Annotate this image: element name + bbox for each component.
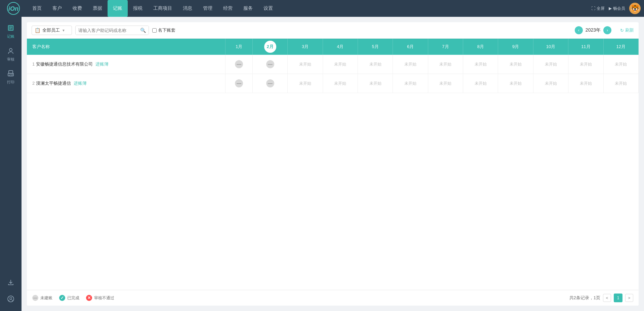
month-cell-1: — (226, 74, 253, 93)
main-layout: 记账 审核 打印 (0, 17, 644, 311)
legend-rejected: ✕ 审核不通过 (86, 295, 114, 301)
fullscreen-icon: ⛶ (591, 6, 595, 11)
footer: — 未建账 ✓ 已完成 ✕ 审核不通过 共2条记录，1页 < 1 > (27, 290, 639, 306)
month-cell-5: 未开始 (358, 55, 393, 74)
month-cell-10: 未开始 (533, 55, 568, 74)
nav-home[interactable]: 首页 (27, 0, 47, 17)
month-cell-1: — (226, 55, 253, 74)
month-cell-12: 未开始 (603, 55, 638, 74)
client-name-cell: 1安徽畅捷通信息技术有限公司进账簿 (27, 55, 226, 74)
sidebar-item-audit[interactable]: 审核 (0, 43, 22, 66)
sidebar-item-label-accounting: 记账 (7, 34, 14, 39)
checkbox-label[interactable]: 名下账套 (152, 27, 175, 33)
member-icon: ▶ (609, 6, 612, 11)
accounting-table: 客户名称 1月 2月 3月 4月 5月 6月 7月 8月 9月 (27, 39, 639, 93)
table-container: 客户名称 1月 2月 3月 4月 5月 6月 7月 8月 9月 (27, 39, 639, 290)
month-cell-11: 未开始 (568, 55, 603, 74)
footer-right: 共2条记录，1页 < 1 > (569, 294, 633, 302)
svg-point-11 (12, 74, 13, 75)
table-body: 1安徽畅捷通信息技术有限公司进账簿——未开始未开始未开始未开始未开始未开始未开始… (27, 55, 639, 93)
employee-icon: 📋 (35, 28, 40, 33)
month-cell-9: 未开始 (498, 55, 533, 74)
month-cell-9: 未开始 (498, 74, 533, 93)
sidebar-item-download[interactable] (7, 275, 14, 291)
nav-accounting[interactable]: 记账 (108, 0, 128, 17)
sidebar-item-accounting[interactable]: 记账 (0, 20, 22, 43)
status-not-created: — (235, 60, 243, 68)
nav-settings[interactable]: 设置 (258, 0, 278, 17)
legend-dot-red: ✕ (86, 295, 92, 301)
status-not-created: — (235, 79, 243, 87)
my-accounts-checkbox[interactable] (152, 28, 157, 33)
employee-select-label: 全部员工 (42, 27, 60, 33)
col-dec: 12月 (603, 39, 638, 55)
month-cell-10: 未开始 (533, 74, 568, 93)
legend-label-not-created: 未建账 (40, 295, 52, 301)
nav-bill[interactable]: 票据 (87, 0, 108, 17)
page-1-button[interactable]: 1 (614, 294, 622, 302)
search-input[interactable] (76, 26, 137, 35)
top-nav: iOn 首页 客户 收费 票据 记账 报税 工商项目 消息 管理 经营 服务 设… (0, 0, 644, 17)
col-jun: 6月 (393, 39, 428, 55)
sidebar-item-print[interactable]: 打印 (0, 66, 22, 89)
legend-dot-gray: — (32, 295, 38, 301)
month-cell-6: 未开始 (393, 55, 428, 74)
fullscreen-button[interactable]: ⛶ 全屏 (591, 6, 605, 11)
col-may: 5月 (358, 39, 393, 55)
row-number: 2 (32, 81, 35, 86)
fullscreen-label: 全屏 (597, 6, 605, 11)
client-name-cell: 2漠澜太平畅捷通信进账簿 (27, 74, 226, 93)
month-cell-3: 未开始 (288, 74, 323, 93)
audit-icon (7, 47, 14, 55)
month-cell-8: 未开始 (463, 55, 498, 74)
nav-customer[interactable]: 客户 (47, 0, 67, 17)
next-year-button[interactable]: › (603, 26, 611, 34)
nav-service[interactable]: 服务 (238, 0, 258, 17)
svg-rect-8 (9, 71, 13, 73)
nav-business[interactable]: 工商项目 (148, 0, 177, 17)
svg-text:iOn: iOn (8, 5, 18, 12)
next-page-button[interactable]: > (625, 294, 633, 302)
month-cell-4: 未开始 (323, 74, 358, 93)
nav-message[interactable]: 消息 (177, 0, 198, 17)
month-cell-2: — (252, 74, 287, 93)
legend-label-completed: 已完成 (67, 295, 79, 301)
total-records: 共2条记录，1页 (569, 295, 600, 301)
col-sep: 9月 (498, 39, 533, 55)
client-name: 安徽畅捷通信息技术有限公司 (36, 62, 93, 67)
col-jul: 7月 (428, 39, 463, 55)
legend-dot-teal: ✓ (59, 295, 65, 301)
enter-ledger-link[interactable]: 进账簿 (74, 81, 87, 86)
profile-icon (7, 295, 14, 304)
col-aug: 8月 (463, 39, 498, 55)
nav-operation[interactable]: 经营 (218, 0, 238, 17)
nav-fee[interactable]: 收费 (67, 0, 87, 17)
sidebar-item-user-profile[interactable] (7, 291, 14, 308)
prev-year-button[interactable]: ‹ (575, 26, 583, 34)
nav-manage[interactable]: 管理 (198, 0, 218, 17)
search-button[interactable]: 🔍 (137, 26, 149, 35)
download-icon (7, 279, 14, 287)
sidebar-item-label-print: 打印 (7, 80, 14, 85)
month-cell-5: 未开始 (358, 74, 393, 93)
month-cell-8: 未开始 (463, 74, 498, 93)
print-icon (7, 70, 14, 78)
avatar[interactable]: 🐯 (629, 3, 641, 14)
sidebar: 记账 审核 打印 (0, 17, 22, 311)
legend-completed: ✓ 已完成 (59, 295, 79, 301)
legend-not-created: — 未建账 (32, 295, 52, 301)
month-cell-2: — (252, 55, 287, 74)
col-client-name: 客户名称 (27, 39, 226, 55)
prev-page-button[interactable]: < (603, 294, 611, 302)
status-not-created: — (266, 79, 274, 87)
year-label: 2023年 (586, 27, 601, 33)
nav-items: 首页 客户 收费 票据 记账 报税 工商项目 消息 管理 经营 服务 设置 (27, 0, 591, 17)
member-button[interactable]: ▶ 畅会员 (609, 6, 625, 11)
refresh-button[interactable]: ↻ 刷新 (620, 27, 634, 33)
employee-select[interactable]: 📋 全部员工 ▼ (32, 26, 72, 35)
accounting-icon (7, 24, 14, 33)
active-month-indicator: 2月 (264, 41, 276, 53)
col-oct: 10月 (533, 39, 568, 55)
enter-ledger-link[interactable]: 进账簿 (95, 62, 109, 67)
nav-tax[interactable]: 报税 (128, 0, 148, 17)
